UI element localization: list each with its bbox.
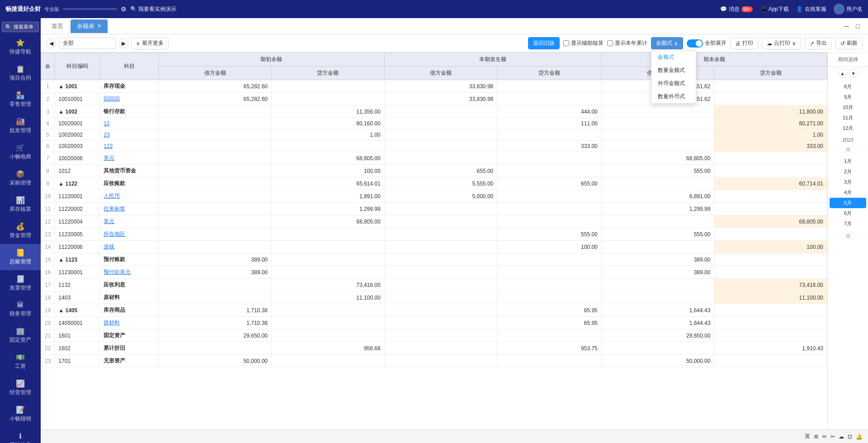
td-code-4[interactable]: 10020002 bbox=[55, 129, 100, 141]
td-name-21[interactable]: 累计折旧 bbox=[100, 342, 159, 355]
month-11[interactable]: 11月 bbox=[828, 113, 868, 123]
td-name-6[interactable]: 美元 bbox=[100, 152, 159, 165]
sidebar-item-kuaijie[interactable]: ⭐ 快捷导航 bbox=[0, 34, 41, 60]
td-code-1[interactable]: 10010001 bbox=[55, 93, 100, 105]
td-code-7[interactable]: 1012 bbox=[55, 165, 100, 177]
month-10[interactable]: 10月 bbox=[828, 102, 868, 113]
expand-more-btn[interactable]: ∨ 展开更多 bbox=[131, 37, 169, 49]
bottom-icon-5[interactable]: ⊡ bbox=[848, 433, 852, 440]
show-aux-check[interactable] bbox=[563, 40, 569, 46]
td-name-3[interactable]: 12 bbox=[100, 118, 159, 129]
month-8[interactable]: 8月 bbox=[828, 81, 868, 92]
sidebar-item-management[interactable]: 📈 经营管理 bbox=[0, 375, 41, 401]
sidebar-item-tax[interactable]: 🏛 税务管理 bbox=[0, 296, 41, 322]
dropdown-item-0[interactable]: 金额式 bbox=[651, 51, 696, 64]
amount-type-dropdown[interactable]: 金额式 ∧ 金额式 数量金额式 外币金额式 数量外币式 bbox=[651, 37, 683, 49]
td-code-2[interactable]: ▲ 1002 bbox=[55, 105, 100, 118]
td-name-11[interactable]: 美元 bbox=[100, 215, 159, 228]
settings-icon[interactable]: ⚙ bbox=[121, 5, 127, 13]
td-code-22[interactable]: 1701 bbox=[55, 355, 100, 367]
window-minimize-btn[interactable]: ─ bbox=[842, 22, 852, 31]
td-code-5[interactable]: 10020003 bbox=[55, 141, 100, 152]
sidebar-item-ecommerce[interactable]: 🛒 小畅电商 bbox=[0, 139, 41, 165]
show-year-check[interactable] bbox=[607, 40, 613, 46]
td-name-15[interactable]: 预付款美元 bbox=[100, 266, 159, 279]
tab-balance-sheet[interactable]: 余额表 ✕ bbox=[71, 19, 108, 33]
demo-link[interactable]: 🔍 我要看实例演示 bbox=[130, 5, 176, 13]
month-3[interactable]: 3月 bbox=[828, 177, 868, 187]
toggle-switch[interactable] bbox=[687, 39, 703, 48]
sidebar-item-wholesale[interactable]: 🏭 批发管理 bbox=[0, 113, 41, 139]
return-old-btn[interactable]: 退回旧版 bbox=[528, 37, 560, 49]
sidebar-item-assets[interactable]: 🏢 固定资产 bbox=[0, 322, 41, 348]
td-code-0[interactable]: ▲ 1001 bbox=[55, 80, 100, 93]
td-code-14[interactable]: ▲ 1123 bbox=[55, 253, 100, 266]
show-aux-checkbox[interactable]: 显示辅助核算 bbox=[563, 39, 604, 47]
month-6[interactable]: 6月 bbox=[828, 208, 868, 219]
month-12[interactable]: 12月 bbox=[828, 123, 868, 133]
td-code-21[interactable]: 1602 bbox=[55, 342, 100, 355]
td-code-9[interactable]: 11220001 bbox=[55, 190, 100, 203]
td-code-12[interactable]: 11220005 bbox=[55, 228, 100, 241]
tab-close-icon[interactable]: ✕ bbox=[97, 23, 101, 29]
th-settings[interactable]: ⚙ bbox=[41, 53, 55, 80]
sidebar-item-invoice[interactable]: 🧾 发票管理 bbox=[0, 270, 41, 296]
td-name-9[interactable]: 人民币 bbox=[100, 190, 159, 203]
td-code-10[interactable]: 11220002 bbox=[55, 203, 100, 215]
td-name-13[interactable]: 游戏 bbox=[100, 241, 159, 253]
sidebar-item-funds[interactable]: 💰 资金管理 bbox=[0, 218, 41, 244]
td-name-16[interactable]: 应收利息 bbox=[100, 279, 159, 291]
window-maximize-btn[interactable]: □ bbox=[854, 22, 863, 31]
collapse-year-btn[interactable]: ⊙ bbox=[828, 231, 868, 241]
sidebar-item-salary[interactable]: 💵 工资 bbox=[0, 348, 41, 375]
td-name-17[interactable]: 原材料 bbox=[100, 291, 159, 304]
sidebar-item-expense[interactable]: 📝 小畅报销 bbox=[0, 401, 41, 427]
expand-all-toggle[interactable]: 全部展开 bbox=[687, 39, 726, 48]
print-btn[interactable]: 🖨 打印 bbox=[730, 37, 758, 49]
bottom-icon-6[interactable]: 🔔 bbox=[856, 433, 863, 440]
month-7[interactable]: 7月 bbox=[828, 219, 868, 229]
message-btn[interactable]: 💬 消息 99+ bbox=[720, 5, 753, 13]
show-year-sum-checkbox[interactable]: 显示本年累计 bbox=[607, 39, 647, 47]
td-code-16[interactable]: 1132 bbox=[55, 279, 100, 291]
td-name-19[interactable]: 原材料 bbox=[100, 317, 159, 329]
td-code-8[interactable]: ▲ 1122 bbox=[55, 177, 100, 190]
sidebar-item-retail[interactable]: 🏪 零售管理 bbox=[0, 86, 41, 113]
td-code-20[interactable]: 1601 bbox=[55, 329, 100, 342]
month-5[interactable]: 5月 bbox=[830, 198, 866, 208]
app-download-btn[interactable]: 📱 App下载 bbox=[760, 5, 789, 13]
sidebar-item-basic[interactable]: ℹ 基础信息 bbox=[0, 427, 41, 443]
period-next-btn[interactable]: ▼ bbox=[849, 69, 858, 78]
filter-search-box[interactable]: 全部 bbox=[59, 38, 116, 49]
month-9[interactable]: 9月 bbox=[828, 92, 868, 102]
td-code-19[interactable]: 14050001 bbox=[55, 317, 100, 329]
dropdown-item-2[interactable]: 外币金额式 bbox=[651, 77, 696, 90]
td-name-7[interactable]: 其他货币资金 bbox=[100, 165, 159, 177]
window-title-input[interactable] bbox=[63, 8, 117, 10]
bottom-icon-2[interactable]: ✏ bbox=[822, 433, 827, 440]
td-code-6[interactable]: 10020006 bbox=[55, 152, 100, 165]
period-prev-btn[interactable]: ▲ bbox=[838, 69, 847, 78]
lang-switch[interactable]: 英 bbox=[805, 433, 810, 440]
sidebar-item-project[interactable]: 📋 项目合同 bbox=[0, 60, 41, 86]
td-name-10[interactable]: 往来标签 bbox=[100, 203, 159, 215]
month-1[interactable]: 1月 bbox=[828, 156, 868, 167]
tab-home[interactable]: 首页 bbox=[46, 19, 69, 33]
cloud-print-btn[interactable]: ☁ 云打印 ∨ bbox=[762, 37, 801, 49]
dropdown-item-3[interactable]: 数量外币式 bbox=[651, 90, 696, 103]
dropdown-item-1[interactable]: 数量金额式 bbox=[651, 64, 696, 77]
td-code-15[interactable]: 11230001 bbox=[55, 266, 100, 279]
filter-input[interactable] bbox=[75, 40, 112, 47]
td-code-3[interactable]: 10020001 bbox=[55, 118, 100, 129]
td-name-20[interactable]: 固定资产 bbox=[100, 329, 159, 342]
td-name-12[interactable]: 所在地区 bbox=[100, 228, 159, 241]
amount-type-btn[interactable]: 金额式 ∧ bbox=[651, 37, 683, 49]
td-name-22[interactable]: 无形资产 bbox=[100, 355, 159, 367]
expand-year-btn[interactable]: ⊙ bbox=[828, 144, 868, 154]
bottom-icon-3[interactable]: ✂ bbox=[830, 433, 835, 440]
search-menu[interactable]: 🔍 搜索菜单 bbox=[2, 22, 39, 32]
month-4[interactable]: 4月 bbox=[828, 187, 868, 198]
export-btn[interactable]: ↗ 导出 bbox=[805, 37, 832, 49]
td-name-4[interactable]: 23 bbox=[100, 129, 159, 141]
bottom-icon-4[interactable]: ☁ bbox=[839, 433, 844, 440]
